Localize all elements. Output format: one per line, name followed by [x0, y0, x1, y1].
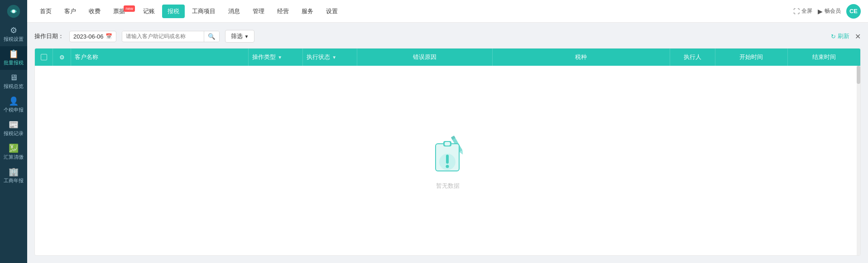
sidebar-item-gongshangnianbaon[interactable]: 🏢 工商年报: [0, 164, 27, 188]
data-table: ⚙ 客户名称 操作类型 ▼ 执行状态 ▼ 错误原因 税种: [34, 48, 861, 256]
refresh-icon: ↻: [831, 33, 836, 40]
vip-icon: ▶: [818, 8, 823, 15]
main-content: 首页 客户 收费 票据 new 记账 报税 工商项目 消息: [27, 0, 868, 263]
vip-button[interactable]: ▶ 畅会员: [818, 7, 841, 15]
baoshuijilu-icon: 📰: [9, 121, 19, 129]
nav-home[interactable]: 首页: [34, 5, 57, 18]
th-status: 执行状态 ▼: [303, 49, 357, 66]
nav-jizhang[interactable]: 记账: [138, 5, 160, 18]
nav-xiaoxi[interactable]: 消息: [223, 5, 245, 18]
refresh-button[interactable]: ↻ 刷新: [831, 32, 849, 40]
svg-rect-9: [446, 155, 449, 164]
search-button[interactable]: 🔍: [204, 31, 219, 42]
status-filter-icon[interactable]: ▼: [332, 55, 336, 60]
gongshangnianbaon-icon: 🏢: [9, 168, 19, 176]
sidebar-item-geshuishenbao-label: 个税申报: [4, 107, 24, 113]
avatar[interactable]: CE: [846, 4, 861, 19]
search-box: 🔍: [122, 31, 220, 42]
topnav-items: 首页 客户 收费 票据 new 记账 报税 工商项目 消息: [34, 5, 793, 18]
svg-point-1: [12, 10, 15, 13]
sidebar-item-huisuanqingchai-label: 汇算清缴: [4, 154, 24, 161]
nav-piaoju[interactable]: 票据 new: [108, 5, 136, 18]
nav-fuwu[interactable]: 服务: [296, 5, 319, 18]
type-filter-icon[interactable]: ▼: [278, 55, 282, 60]
piliangshuishui-icon: 📋: [9, 50, 19, 58]
toolbar-right: ↻ 刷新 ✕: [831, 32, 861, 41]
th-type: 操作类型 ▼: [249, 49, 303, 66]
sidebar-item-piliangshuishui-label: 批量报税: [4, 59, 24, 66]
th-error: 错误原因: [357, 49, 492, 66]
sidebar-item-baoshuijilu-label: 报税记录: [4, 130, 24, 137]
th-name: 客户名称: [71, 49, 249, 66]
search-input[interactable]: [122, 31, 204, 41]
empty-illustration: [427, 131, 468, 176]
topnav: 首页 客户 收费 票据 new 记账 报税 工商项目 消息: [27, 0, 868, 23]
th-start: 开始时间: [715, 49, 788, 66]
th-gear[interactable]: ⚙: [53, 49, 71, 66]
nav-gongshangxiangmu[interactable]: 工商项目: [187, 5, 221, 18]
nav-shezhi[interactable]: 设置: [321, 5, 343, 18]
svg-point-10: [446, 165, 449, 168]
search-icon: 🔍: [208, 33, 216, 40]
sidebar-item-baoshuishezhi[interactable]: ⚙ 报税设置: [0, 23, 27, 46]
nav-baoshui[interactable]: 报税: [162, 5, 185, 18]
fullscreen-icon: ⛶: [793, 8, 800, 15]
piaoju-badge: new: [124, 5, 135, 12]
th-tax: 税种: [493, 49, 670, 66]
baoshuizonglan-icon: 🖥: [10, 73, 18, 82]
nav-shoufei[interactable]: 收费: [83, 5, 106, 18]
date-label: 操作日期：: [34, 32, 64, 40]
close-button[interactable]: ✕: [855, 32, 861, 41]
geshuishenbao-icon: 👤: [9, 97, 19, 105]
sidebar-item-huisuanqingchai[interactable]: 💹 汇算清缴: [0, 141, 27, 164]
empty-text: 暂无数据: [436, 182, 460, 190]
calendar-icon: 📅: [106, 33, 112, 39]
table-header: ⚙ 客户名称 操作类型 ▼ 执行状态 ▼ 错误原因 税种: [35, 49, 860, 66]
sidebar-item-geshuishenbao[interactable]: 👤 个税申报: [0, 93, 27, 117]
sidebar-item-baoshuizonglan-label: 报税总览: [4, 83, 24, 90]
chevron-down-icon: ▼: [245, 34, 249, 39]
sidebar-item-gongshangnianbaon-label: 工商年报: [4, 177, 24, 184]
toolbar: 操作日期： 2023-06-06 📅 🔍 筛选 ▼ ↻ 刷新 ✕: [34, 30, 861, 43]
empty-state: 暂无数据: [427, 131, 468, 190]
nav-jingying[interactable]: 经营: [272, 5, 294, 18]
th-executor: 执行人: [670, 49, 715, 66]
fullscreen-button[interactable]: ⛶ 全屏: [793, 7, 812, 15]
sidebar-item-piliangshuishui[interactable]: 📋 批量报税: [0, 46, 27, 70]
th-end: 结束时间: [788, 49, 860, 66]
sidebar-item-baoshuishezhi-label: 报税设置: [4, 36, 24, 43]
nav-kehu[interactable]: 客户: [59, 5, 82, 18]
sidebar-logo: [0, 0, 27, 23]
nav-guanli[interactable]: 管理: [247, 5, 270, 18]
baoshuishezhi-icon: ⚙: [10, 26, 17, 34]
scrollbar[interactable]: [857, 66, 860, 255]
svg-rect-7: [445, 142, 450, 146]
scrollbar-thumb[interactable]: [857, 66, 860, 84]
gear-icon: ⚙: [59, 54, 65, 61]
page-content: 操作日期： 2023-06-06 📅 🔍 筛选 ▼ ↻ 刷新 ✕: [27, 23, 868, 263]
th-checkbox[interactable]: [35, 49, 53, 66]
table-body: 暂无数据: [35, 66, 860, 255]
date-picker[interactable]: 2023-06-06 📅: [69, 31, 116, 42]
date-value: 2023-06-06: [73, 33, 104, 40]
sidebar-item-baoshuijilu[interactable]: 📰 报税记录: [0, 117, 27, 141]
filter-button[interactable]: 筛选 ▼: [225, 30, 255, 43]
sidebar: ⚙ 报税设置 📋 批量报税 🖥 报税总览 👤 个税申报 📰 报税记录 💹 汇算清…: [0, 0, 27, 263]
topnav-right: ⛶ 全屏 ▶ 畅会员 CE: [793, 4, 861, 19]
filter-label: 筛选: [231, 32, 243, 40]
huisuanqingchai-icon: 💹: [9, 144, 19, 152]
sidebar-item-baoshuizonglan[interactable]: 🖥 报税总览: [0, 70, 27, 93]
select-all-checkbox[interactable]: [41, 54, 47, 60]
